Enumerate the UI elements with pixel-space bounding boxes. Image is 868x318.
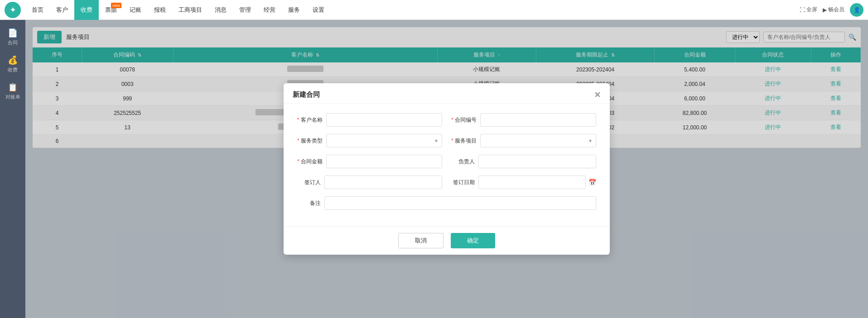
sign-date-label: 签订日期 <box>451 179 475 186</box>
field-contract-no: 合同编号 <box>451 113 596 127</box>
nav-operations[interactable]: 经营 <box>257 0 282 20</box>
new-badge: new <box>111 3 121 8</box>
form-row-4: 签订人 签订日期 2023-06-06 📅 <box>297 176 596 189</box>
modal-title: 新建合同 <box>293 90 320 99</box>
field-signatory: 签订人 <box>297 176 442 189</box>
contract-amount-label: 合同金额 <box>297 158 323 166</box>
new-contract-modal: 新建合同 ✕ 客户名称 合同编号 <box>284 83 610 255</box>
modal-close-button[interactable]: ✕ <box>594 91 601 99</box>
nav-settings[interactable]: 设置 <box>306 0 331 20</box>
sidebar-item-statement[interactable]: 📋 对账单 <box>1 79 24 104</box>
nav-right-area: ⛶ 全屏 ▶ 畅会员 👤 <box>800 3 863 17</box>
service-item-select[interactable] <box>480 134 596 147</box>
member-button[interactable]: ▶ 畅会员 <box>823 6 844 14</box>
remark-input[interactable] <box>324 196 596 210</box>
service-type-select-wrapper: ▼ <box>326 134 442 147</box>
app-logo: ✦ <box>5 2 21 18</box>
field-remark: 备注 <box>297 196 596 210</box>
nav-customers[interactable]: 客户 <box>50 0 74 20</box>
modal-footer: 取消 确定 <box>284 226 610 255</box>
statement-icon: 📋 <box>8 82 18 92</box>
sidebar-item-contract[interactable]: 📄 合同 <box>1 24 24 50</box>
confirm-button[interactable]: 确定 <box>451 233 495 248</box>
contract-no-label: 合同编号 <box>451 116 477 124</box>
top-navigation: ✦ 首页 客户 收费 票据 new 记账 报税 工商项目 消息 管理 经营 服务… <box>0 0 868 20</box>
nav-business[interactable]: 工商项目 <box>172 0 208 20</box>
service-type-label: 服务类型 <box>297 137 323 145</box>
nav-accounting[interactable]: 记账 <box>123 0 148 20</box>
receipts-icon: 💰 <box>8 55 18 65</box>
avatar[interactable]: 👤 <box>850 3 863 17</box>
form-row-2: 服务类型 ▼ 服务项目 ▼ <box>297 134 596 147</box>
field-contract-amount: 合同金额 0.00 <box>297 155 442 168</box>
modal-overlay: 新建合同 ✕ 客户名称 合同编号 <box>25 20 868 318</box>
service-type-select[interactable] <box>326 134 442 147</box>
remark-label: 备注 <box>297 199 321 207</box>
field-service-type: 服务类型 ▼ <box>297 134 442 147</box>
nav-menu: 首页 客户 收费 票据 new 记账 报税 工商项目 消息 管理 经营 服务 设… <box>25 0 800 20</box>
customer-name-input[interactable] <box>326 113 442 127</box>
field-service-item: 服务项目 ▼ <box>451 134 596 147</box>
main-content: 新增 服务项目 进行中 已结束 全部 🔍 序号 合同编码 <box>25 20 868 318</box>
service-item-label: 服务项目 <box>451 137 477 145</box>
form-row-5: 备注 <box>297 196 596 210</box>
nav-services[interactable]: 服务 <box>282 0 306 20</box>
sidebar: 📄 合同 💰 收费 📋 对账单 <box>0 20 25 318</box>
sign-date-input[interactable]: 2023-06-06 <box>478 176 586 189</box>
customer-name-label: 客户名称 <box>297 116 323 124</box>
field-responsible-person: 负责人 <box>451 155 596 168</box>
nav-receipts[interactable]: 收费 <box>74 0 99 20</box>
signatory-label: 签订人 <box>297 179 321 186</box>
contract-amount-input[interactable]: 0.00 <box>326 155 442 168</box>
responsible-person-label: 负责人 <box>451 158 475 166</box>
responsible-person-input[interactable] <box>478 155 596 168</box>
nav-tax[interactable]: 报税 <box>148 0 172 20</box>
calendar-icon[interactable]: 📅 <box>588 179 596 186</box>
modal-header: 新建合同 ✕ <box>284 83 610 104</box>
field-sign-date: 签订日期 2023-06-06 📅 <box>451 176 596 189</box>
fullscreen-button[interactable]: ⛶ 全屏 <box>800 6 817 14</box>
fullscreen-icon: ⛶ <box>800 7 805 13</box>
form-row-3: 合同金额 0.00 负责人 <box>297 155 596 168</box>
nav-messages[interactable]: 消息 <box>208 0 233 20</box>
service-item-select-wrapper: ▼ <box>480 134 596 147</box>
nav-management[interactable]: 管理 <box>233 0 257 20</box>
form-row-1: 客户名称 合同编号 <box>297 113 596 127</box>
cancel-button[interactable]: 取消 <box>398 233 444 248</box>
nav-invoices[interactable]: 票据 new <box>99 0 123 20</box>
contract-no-input[interactable] <box>480 113 596 127</box>
field-customer-name: 客户名称 <box>297 113 442 127</box>
play-icon: ▶ <box>823 7 827 13</box>
modal-body: 客户名称 合同编号 服务类型 <box>284 104 610 226</box>
nav-home[interactable]: 首页 <box>25 0 50 20</box>
sidebar-item-receipts[interactable]: 💰 收费 <box>1 52 24 77</box>
contract-icon: 📄 <box>8 28 18 38</box>
signatory-input[interactable] <box>324 176 442 189</box>
sign-date-wrapper: 2023-06-06 📅 <box>478 176 596 189</box>
